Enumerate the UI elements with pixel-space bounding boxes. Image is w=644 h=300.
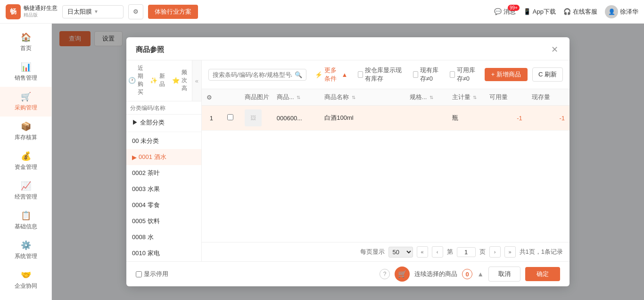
- category-item-0001[interactable]: ▶ 0001 酒水: [126, 149, 201, 165]
- sort-spec-icon: ⇅: [429, 95, 433, 100]
- prev-page-button[interactable]: ‹: [432, 246, 443, 258]
- col-settings[interactable]: ⚙: [202, 89, 221, 106]
- col-code[interactable]: 商品... ⇅: [272, 89, 320, 106]
- sidebar-label-basic: 基础信息: [15, 223, 37, 231]
- row-name: 白酒100ml: [320, 106, 405, 131]
- sidebar-item-guide[interactable]: 🎯 新手引导: [0, 295, 51, 300]
- page-size-label: 每页显示: [360, 248, 385, 256]
- category-item-00[interactable]: 00 未分类: [126, 133, 201, 149]
- cart-icon-wrap[interactable]: 🛒: [395, 267, 410, 282]
- table-row[interactable]: 1 🖼: [202, 106, 570, 131]
- search-box: 🔍: [208, 69, 306, 81]
- tab-recent-label: 近期购买: [138, 64, 146, 96]
- sidebar-label-operation: 经营管理: [15, 193, 37, 201]
- confirm-button[interactable]: 确定: [525, 267, 560, 281]
- modal-overlay: 商品参照 ✕ 🕐 近期购买 ✨: [52, 24, 644, 300]
- app-download-nav[interactable]: 📱 App下载: [523, 8, 556, 16]
- sidebar-label-inventory: 库存核算: [15, 133, 37, 142]
- active-arrow-icon: ▶: [132, 154, 137, 161]
- row-avail: -1: [485, 106, 527, 131]
- basic-icon: 📋: [21, 210, 31, 221]
- category-item-all[interactable]: ▶ 全部分类: [126, 115, 201, 131]
- sidebar-item-purchase[interactable]: 🛒 采购管理: [0, 87, 51, 117]
- star-icon: ⭐: [172, 77, 180, 84]
- first-page-button[interactable]: «: [417, 246, 428, 258]
- sidebar-item-inventory[interactable]: 📦 库存核算: [0, 117, 51, 146]
- logo-text: 畅捷通好生意: [24, 5, 58, 12]
- show-disabled-checkbox[interactable]: 显示停用: [136, 270, 168, 278]
- table-header: ⚙ 商品图片 商品... ⇅: [202, 89, 570, 106]
- next-page-button[interactable]: ›: [489, 246, 501, 258]
- filter-more-label: 更多条件: [324, 66, 339, 83]
- row-num: 1: [202, 106, 221, 131]
- app-label: App下载: [533, 8, 556, 16]
- row-unit: 瓶: [447, 106, 485, 131]
- operation-icon: 📈: [21, 181, 31, 191]
- cancel-button[interactable]: 取消: [488, 267, 520, 282]
- category-item-0005[interactable]: 0005 饮料: [126, 213, 201, 229]
- refresh-button[interactable]: C 刷新: [532, 67, 563, 82]
- settings-button[interactable]: ⚙: [128, 4, 143, 19]
- tab-recent[interactable]: 🕐 近期购买: [126, 60, 148, 101]
- category-tabs: 🕐 近期购买 ✨ 新品 ⭐ 频次高 «: [126, 60, 201, 101]
- checkbox-avail-not-zero[interactable]: 现有库存≠0: [413, 66, 443, 83]
- category-item-0004[interactable]: 0004 零食: [126, 197, 201, 213]
- pagination-bar: 每页显示 50 100 200 « ‹ 第 页 ›: [202, 242, 570, 261]
- last-page-button[interactable]: »: [504, 246, 516, 258]
- sidebar-item-sales[interactable]: 📊 销售管理: [0, 57, 51, 87]
- online-service-nav[interactable]: 🎧 在线客服: [563, 8, 597, 16]
- collapse-button[interactable]: «: [192, 60, 201, 101]
- category-search-input[interactable]: [130, 105, 201, 111]
- page-size-select[interactable]: 50 100 200: [388, 247, 413, 258]
- search-icon[interactable]: 🔍: [295, 71, 302, 78]
- disabled-checkbox[interactable]: [136, 271, 142, 277]
- finance-icon: 💰: [21, 151, 31, 161]
- modal-footer: 显示停用 ? 🛒 连续选择的商品 0 ▲ 取消 确定: [126, 261, 570, 286]
- trial-button[interactable]: 体验行业方案: [148, 5, 198, 19]
- add-product-button[interactable]: + 新增商品: [485, 68, 528, 81]
- main-layout: 🏠 首页 📊 销售管理 🛒 采购管理 📦 库存核算 💰 资金管理 📈 经营管理 …: [0, 24, 644, 300]
- check-icon-3: [450, 71, 455, 78]
- product-search-input[interactable]: [213, 71, 292, 78]
- page-input[interactable]: [457, 247, 476, 257]
- checkbox-usable-not-zero[interactable]: 可用库存≠0: [450, 66, 480, 83]
- category-item-0008[interactable]: 0008 水: [126, 229, 201, 245]
- col-img: 商品图片: [240, 89, 272, 106]
- sidebar-label-system: 系统管理: [15, 252, 37, 260]
- sidebar-item-basic[interactable]: 📋 基础信息: [0, 206, 51, 235]
- col-unit[interactable]: 主计量 ⇅: [447, 89, 485, 106]
- sidebar-item-system[interactable]: ⚙️ 系统管理: [0, 235, 51, 265]
- tab-new[interactable]: ✨ 新品: [148, 60, 170, 101]
- sidebar-label-sales: 销售管理: [15, 74, 37, 82]
- col-name[interactable]: 商品名称 ⇅: [320, 89, 405, 106]
- category-item-0010[interactable]: 0010 家电: [126, 245, 201, 261]
- messages-nav[interactable]: 💬 消息 99+: [494, 8, 516, 16]
- category-item-0002[interactable]: 0002 茶叶: [126, 165, 201, 181]
- row-checkbox[interactable]: [227, 114, 233, 120]
- help-icon[interactable]: ?: [380, 269, 390, 279]
- sidebar-label-home: 首页: [20, 44, 32, 52]
- checkbox-warehouse[interactable]: 按仓库显示现有库存: [358, 66, 406, 83]
- col-spec[interactable]: 规格... ⇅: [405, 89, 447, 106]
- category-item-0003[interactable]: 0003 水果: [126, 181, 201, 197]
- purchase-icon: 🛒: [21, 92, 31, 102]
- tab-frequent[interactable]: ⭐ 频次高: [170, 60, 192, 101]
- modal-close-button[interactable]: ✕: [549, 44, 560, 55]
- footer-right: ? 🛒 连续选择的商品 0 ▲ 取消 确定: [380, 267, 560, 282]
- filter-more-button[interactable]: ⚡ 更多条件 ▲: [311, 64, 351, 85]
- count-badge: 0: [462, 269, 472, 279]
- sidebar-item-finance[interactable]: 💰 资金管理: [0, 146, 51, 176]
- user-nav[interactable]: 👤 徐泽华: [605, 5, 638, 18]
- cart-icon: 🛒: [395, 267, 410, 282]
- up-arrow-icon[interactable]: ▲: [477, 270, 484, 278]
- sidebar-item-enterprise[interactable]: 🤝 企业协同: [0, 265, 51, 295]
- col-check: [221, 89, 240, 106]
- store-selector[interactable]: 日太阳膜 ▼: [62, 5, 124, 18]
- sales-icon: 📊: [21, 62, 31, 72]
- store-arrow-icon: ▼: [94, 9, 99, 14]
- row-check[interactable]: [221, 106, 240, 131]
- continuous-label: 连续选择的商品: [414, 270, 457, 278]
- sidebar-item-home[interactable]: 🏠 首页: [0, 27, 51, 57]
- sidebar-item-operation[interactable]: 📈 经营管理: [0, 176, 51, 206]
- row-img: 🖼: [240, 106, 272, 131]
